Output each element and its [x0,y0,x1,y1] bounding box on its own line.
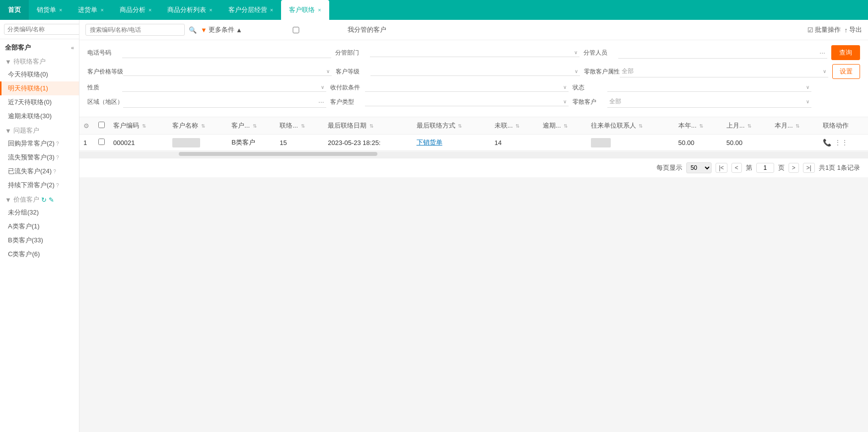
dept-chevron-icon: ∨ [574,50,578,55]
sort-lmonth-icon[interactable]: ⇅ [747,123,751,129]
nav-customer-layering[interactable]: 客户分层经营 × [220,0,281,20]
th-contact: 联络... ⇅ [276,117,324,135]
batch-op-btn[interactable]: ☑ 批量操作 [807,25,841,34]
sort-contact-icon[interactable]: ⇅ [301,123,305,129]
status-select[interactable]: ∨ [607,83,811,92]
search-input[interactable] [85,24,185,36]
th-name: 客户名称 ⇅ [168,117,227,135]
phone-action-icon[interactable]: 📞 [823,139,831,146]
total-records: 共1页 1条记录 [819,163,860,172]
td-no-contact: 14 [491,135,539,151]
sidebar-item-b-class[interactable]: B类客户(33) [0,233,79,247]
value-refresh-icon[interactable]: ↻ [41,196,47,204]
th-unit-contact: 往来单位联系人 ⇅ [587,117,674,135]
my-customers-checkbox[interactable]: 我分管的客户 [246,25,386,34]
close-customer-layering[interactable]: × [270,7,273,13]
dept-select[interactable]: ∨ [370,48,579,57]
status-label: 状态 [573,83,607,92]
cust-type-select[interactable]: ∨ [365,97,569,106]
nav-home[interactable]: 首页 [0,0,29,20]
table-header-row: ⚙ 客户编码 ⇅ 客户名称 ⇅ [79,117,868,135]
retail-attr-label: 零散客户属性 [584,68,620,76]
export-btn[interactable]: ↑ 导出 [845,25,863,34]
payment-select[interactable]: ∨ [365,83,569,92]
value-arrow-icon: ▼ [5,196,11,204]
next-page-btn[interactable]: > [789,163,799,173]
sort-no-contact-icon[interactable]: ⇅ [515,123,519,129]
sidebar-item-churned[interactable]: 已流失客户(24) ? [0,164,79,178]
set-button[interactable]: 设置 [832,64,860,79]
close-product-analysis[interactable]: × [148,7,151,13]
retail-attr-select[interactable]: 全部 ∨ [620,66,828,77]
close-sales-order[interactable]: × [59,7,62,13]
sidebar-item-c-class[interactable]: C类客户(6) [0,247,79,261]
problem-arrow-icon: ▼ [5,127,11,135]
sort-type-icon[interactable]: ⇅ [253,123,257,129]
sidebar-item-7days-pending[interactable]: 近7天待联络(0) [0,95,79,109]
sort-date-icon[interactable]: ⇅ [369,123,373,129]
first-page-btn[interactable]: |< [716,163,727,173]
sort-year-icon[interactable]: ⇅ [699,123,703,129]
gear-icon[interactable]: ⚙ [83,122,89,130]
scroll-thumb [179,152,377,156]
sidebar-item-declining[interactable]: 持续下滑客户(2) ? [0,178,79,192]
sort-name-icon[interactable]: ⇅ [201,123,205,129]
sidebar-item-repurchase-abnormal[interactable]: 回购异常客户(2) ? [0,137,79,150]
cust-level-label: 客户等级 [336,68,370,76]
sidebar-search-input[interactable] [4,24,79,35]
nav-sales-order[interactable]: 销货单 × [29,0,70,20]
price-level-select[interactable]: ∨ [123,67,332,76]
sort-method-icon[interactable]: ⇅ [458,123,462,129]
page-size-select[interactable]: 50 100 200 [686,162,712,173]
filter-search-icon[interactable]: 🔍 [189,26,197,34]
nav-product-analysis[interactable]: 商品分析 × [112,0,159,20]
all-customers-title: 全部客户 « [0,39,79,54]
sidebar-item-churn-warning[interactable]: 流失预警客户(3) ? [0,150,79,164]
sidebar-collapse-icon[interactable]: « [71,45,74,51]
sidebar-item-ungrouped[interactable]: 未分组(32) [0,206,79,219]
payment-label: 收付款条件 [330,83,365,92]
sidebar-item-tomorrow-pending[interactable]: 明天待联络(1) [0,81,79,95]
value-edit-icon[interactable]: ✎ [49,196,54,204]
more-conditions-btn[interactable]: ▼ 更多条件 ▲ [201,25,242,34]
row-checkbox[interactable] [98,139,105,145]
sidebar-item-a-class[interactable]: A类客户(1) [0,219,79,233]
retail-cust-select[interactable]: 全部 ∨ [607,96,811,108]
nature-select[interactable]: ∨ [122,83,326,92]
cust-level-select[interactable]: ∨ [370,67,580,76]
my-customers-check[interactable] [246,27,346,33]
region-dots-icon[interactable]: ··· [318,98,324,106]
payment-chevron-icon: ∨ [563,84,567,90]
main-layout: 🔍 全部客户 « ▼ 待联络客户 今天待联络(0) 明天待联络(1) 近7天待联… [0,20,868,432]
th-code: 客户编码 ⇅ [109,117,168,135]
close-product-analysis-list[interactable]: × [209,7,212,13]
contact-method-link[interactable]: 下销货单 [417,139,442,146]
sort-unit-icon[interactable]: ⇅ [639,123,643,129]
query-button[interactable]: 查询 [831,45,860,60]
person-select[interactable]: ··· [618,47,827,59]
close-purchase-order[interactable]: × [100,7,103,13]
close-customer-contact[interactable]: × [318,7,321,13]
sort-overdue-icon[interactable]: ⇅ [564,123,568,129]
page-number-input[interactable] [756,163,774,173]
person-dots-icon[interactable]: ··· [819,49,825,57]
td-this-month [771,135,819,151]
sidebar-item-today-pending[interactable]: 今天待联络(0) [0,68,79,81]
phone-input[interactable] [122,48,331,58]
nav-product-analysis-list[interactable]: 商品分析列表 × [159,0,220,20]
sidebar-item-overdue-pending[interactable]: 逾期未联络(30) [0,109,79,123]
nature-field: 性质 ∨ [87,83,326,92]
horizontal-scrollbar[interactable] [79,152,868,158]
select-all-checkbox[interactable] [98,122,105,128]
prev-page-btn[interactable]: < [731,163,742,173]
region-select[interactable]: ··· [123,96,326,108]
payment-field: 收付款条件 ∨ [330,83,569,92]
last-page-btn[interactable]: >| [803,163,815,173]
sort-tmonth-icon[interactable]: ⇅ [796,123,799,129]
more-action-icon[interactable]: ⋮⋮ [834,139,848,146]
td-action: 📞 ⋮⋮ [819,135,868,151]
nav-purchase-order[interactable]: 进货单 × [70,0,111,20]
nav-customer-contact[interactable]: 客户联络 × [281,0,329,20]
sort-code-icon[interactable]: ⇅ [142,123,146,129]
nature-chevron-icon: ∨ [321,84,324,90]
